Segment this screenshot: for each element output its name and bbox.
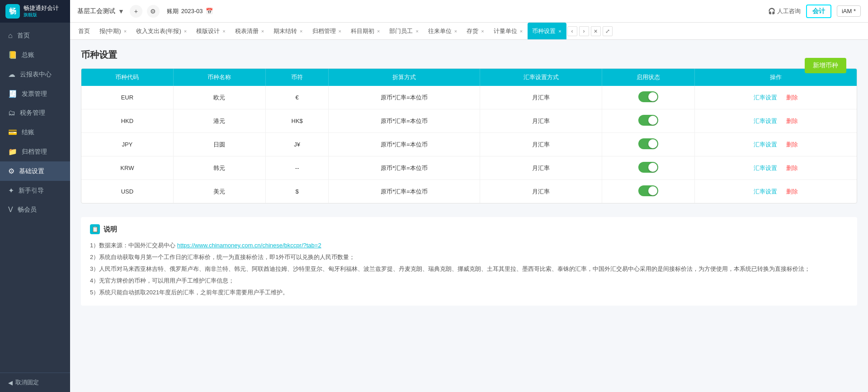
company-name[interactable]: 基层工会测试 ▼: [77, 7, 124, 15]
calc-method: 原币*汇率=本位币: [329, 180, 480, 203]
tab-period[interactable]: 报(中期)×: [95, 23, 132, 40]
tab-period-end[interactable]: 期末结转×: [269, 23, 307, 40]
topbar: 基层工会测试 ▼ + ⚙ 账期 2023-03 📅 🎧 人工咨询 会计 iAM …: [70, 0, 868, 23]
delete-link[interactable]: 删除: [786, 94, 798, 101]
rate-setting-link[interactable]: 汇率设置: [754, 165, 777, 171]
tab-close-template[interactable]: ×: [222, 28, 225, 34]
col-header: 币种名称: [173, 69, 266, 86]
tab-prev-button[interactable]: ‹: [567, 26, 577, 36]
tab-home[interactable]: 首页: [74, 23, 95, 40]
enabled-status: [602, 86, 695, 109]
tab-close-filing[interactable]: ×: [339, 28, 341, 34]
tab-label-filing: 归档管理: [312, 27, 336, 35]
notes-section: 📋 说明 1）数据来源：中国外汇交易中心 https://www.chinamo…: [81, 217, 857, 306]
sidebar-pin-toggle[interactable]: ◀ 取消固定: [0, 373, 70, 392]
tab-close-period[interactable]: ×: [124, 28, 127, 34]
calc-method: 原币*汇率=本位币: [329, 156, 480, 180]
sidebar-item-archive[interactable]: 📁归档管理: [0, 142, 70, 161]
tab-tax[interactable]: 税表清册×: [231, 23, 269, 40]
col-header: 启用状态: [602, 69, 695, 86]
sidebar-nav: ⌂首页📒总账☁云报表中心🧾发票管理🗂税务管理💳结账📁归档管理⚙基础设置✦新手引导…: [0, 23, 70, 373]
enabled-toggle[interactable]: [638, 138, 658, 149]
tab-close-inventory[interactable]: ×: [481, 28, 484, 34]
tab-close-period-end[interactable]: ×: [300, 28, 302, 34]
rate-setting-link[interactable]: 汇率设置: [754, 94, 777, 101]
calendar-icon[interactable]: 📅: [206, 8, 213, 14]
tab-close-tax[interactable]: ×: [261, 28, 264, 34]
tab-label-period-end: 期末结转: [274, 27, 297, 35]
delete-link[interactable]: 删除: [786, 118, 798, 124]
tab-units[interactable]: 计量单位×: [489, 23, 528, 40]
tab-label-inventory: 存货: [467, 27, 478, 35]
sidebar-item-home[interactable]: ⌂首页: [0, 26, 70, 45]
iam-badge[interactable]: iAM *: [837, 5, 861, 17]
tab-filing[interactable]: 归档管理×: [308, 23, 346, 40]
tab-close-units[interactable]: ×: [520, 28, 523, 34]
note-item: 2）系统自动获取每月第一个工作日的汇率标价，统一为直接标价法，即1外币可以兑换的…: [90, 251, 848, 263]
tab-clients[interactable]: 往来单位×: [424, 23, 462, 40]
tab-close-clients[interactable]: ×: [454, 28, 457, 34]
tab-annual[interactable]: 收入支出表(年报)×: [132, 23, 192, 40]
tab-close-all-button[interactable]: ×: [591, 26, 601, 36]
sidebar: 畅 畅捷通好会计 旗舰版 ⌂首页📒总账☁云报表中心🧾发票管理🗂税务管理💳结账📁归…: [0, 0, 70, 392]
sidebar-label-reports: 云报表中心: [20, 71, 52, 79]
tab-label-clients: 往来单位: [428, 27, 452, 35]
sidebar-item-settle[interactable]: 💳结账: [0, 123, 70, 142]
tab-close-currency[interactable]: ×: [558, 28, 561, 34]
sidebar-label-member: 畅会员: [18, 206, 37, 214]
tab-template[interactable]: 模版设计×: [192, 23, 230, 40]
delete-link[interactable]: 删除: [786, 141, 798, 148]
kuaiji-button[interactable]: 会计: [806, 5, 831, 18]
rate-setting-link[interactable]: 汇率设置: [754, 188, 777, 195]
tab-inventory[interactable]: 存货×: [462, 23, 489, 40]
toggle-knob: [648, 186, 657, 195]
toggle-knob: [648, 116, 657, 125]
rate-type: 月汇率: [480, 86, 602, 109]
currency-code: KRW: [81, 156, 173, 180]
sidebar-item-tax[interactable]: 🗂税务管理: [0, 104, 70, 123]
currency-symbol: J¥: [266, 133, 329, 156]
tab-currency[interactable]: 币种设置×: [528, 23, 566, 40]
enabled-status: [602, 109, 695, 133]
sidebar-item-member[interactable]: V畅会员: [0, 200, 70, 219]
notes-link[interactable]: https://www.chinamoney.com.cn/chinese/bk…: [177, 242, 321, 249]
logo-icon: 畅: [5, 4, 20, 19]
table-row: JPY 日圆 J¥ 原币*汇率=本位币 月汇率 汇率设置 删除: [81, 133, 857, 156]
enabled-toggle[interactable]: [638, 162, 658, 173]
enabled-toggle[interactable]: [638, 185, 658, 196]
add-company-button[interactable]: +: [130, 5, 142, 18]
period-value: 2023-03: [181, 8, 203, 14]
page-title: 币种设置: [81, 49, 857, 61]
sidebar-item-guide[interactable]: ✦新手引导: [0, 181, 70, 200]
tab-close-departments[interactable]: ×: [415, 28, 418, 34]
table-row: EUR 欧元 € 原币*汇率=本位币 月汇率 汇率设置 删除: [81, 86, 857, 109]
tab-label-period: 报(中期): [99, 27, 121, 35]
tab-close-subjects[interactable]: ×: [377, 28, 380, 34]
delete-link[interactable]: 删除: [786, 188, 798, 195]
delete-link[interactable]: 删除: [786, 165, 798, 171]
enabled-toggle[interactable]: [638, 115, 658, 126]
sidebar-item-invoice[interactable]: 🧾发票管理: [0, 84, 70, 104]
tab-subjects[interactable]: 科目期初×: [346, 23, 385, 40]
sidebar-item-reports[interactable]: ☁云报表中心: [0, 65, 70, 84]
service-button[interactable]: 🎧 人工咨询: [768, 7, 801, 15]
tab-departments[interactable]: 部门员工×: [385, 23, 423, 40]
rate-setting-link[interactable]: 汇率设置: [754, 141, 777, 148]
new-currency-button[interactable]: 新增币种: [805, 58, 846, 73]
settings-button[interactable]: ⚙: [147, 5, 160, 18]
tab-expand-button[interactable]: ⤢: [603, 26, 613, 36]
notes-title: 📋 说明: [90, 224, 848, 234]
tab-next-button[interactable]: ›: [579, 26, 589, 36]
headset-icon: 🎧: [768, 8, 775, 14]
company-dropdown-icon: ▼: [118, 8, 124, 15]
sidebar-item-settings[interactable]: ⚙基础设置: [0, 161, 70, 181]
sidebar-item-ledger[interactable]: 📒总账: [0, 45, 70, 65]
tab-label-annual: 收入支出表(年报): [136, 27, 181, 35]
rate-setting-link[interactable]: 汇率设置: [754, 118, 777, 124]
enabled-status: [602, 133, 695, 156]
tab-close-annual[interactable]: ×: [184, 28, 187, 34]
member-icon: V: [8, 206, 13, 214]
enabled-toggle[interactable]: [638, 91, 658, 102]
tabbar: 首页报(中期)×收入支出表(年报)×模版设计×税表清册×期末结转×归档管理×科目…: [70, 23, 868, 40]
sidebar-label-archive: 归档管理: [22, 148, 47, 156]
